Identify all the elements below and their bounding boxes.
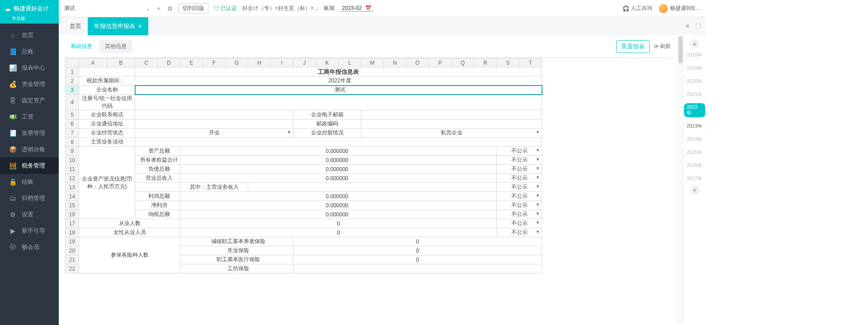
cell[interactable]: 0.000000: [180, 210, 497, 219]
expand-icon[interactable]: ⛶: [695, 23, 701, 29]
sidebar-item-inout[interactable]: 📦进销台账: [0, 141, 59, 158]
cell[interactable]: 失业保险: [180, 246, 293, 255]
year-item[interactable]: 2027年: [687, 174, 703, 183]
row-header[interactable]: 1: [66, 67, 79, 76]
col-header[interactable]: I: [271, 58, 293, 67]
dropdown-cell[interactable]: 不公示▼: [497, 228, 542, 237]
switch-old-button[interactable]: 切到旧版: [179, 3, 208, 14]
sub-tab[interactable]: 基础信息: [65, 40, 98, 53]
cell[interactable]: 邮政编码: [293, 119, 361, 129]
sidebar-item-guide[interactable]: ▶新手引导: [0, 223, 59, 239]
row-header[interactable]: 8: [66, 138, 79, 147]
dropdown-cell[interactable]: 不公示▼: [497, 192, 542, 201]
dropdown-cell[interactable]: 不公示▼: [497, 147, 542, 156]
cell[interactable]: [135, 138, 542, 147]
row-header[interactable]: 9: [66, 147, 79, 156]
cell[interactable]: 0.000000: [180, 147, 497, 156]
cell[interactable]: 净利润: [135, 201, 180, 210]
year-item[interactable]: 2020年: [687, 77, 703, 86]
col-header[interactable]: J: [293, 58, 316, 67]
col-header[interactable]: A: [79, 58, 107, 67]
cell[interactable]: 城镇职工基本养老保险: [180, 237, 293, 246]
cell[interactable]: 注册号/统一社会信用代码: [79, 95, 135, 110]
cell[interactable]: [293, 264, 542, 273]
row-header[interactable]: 3: [66, 86, 79, 95]
user-menu[interactable]: 畅捷通B组...: [659, 4, 700, 13]
org-selector[interactable]: 测试 ⌄: [64, 5, 150, 12]
close-icon[interactable]: ✕: [138, 24, 142, 29]
year-item[interactable]: 2025年: [687, 148, 703, 157]
row-header[interactable]: 22: [66, 264, 79, 273]
spreadsheet[interactable]: ABCDEFGHIJKLMNOPQRST1工商年报信息表2税款所属期间：2022…: [65, 57, 671, 325]
reset-report-button[interactable]: 重置报表: [616, 40, 650, 53]
cell[interactable]: 负债总额: [135, 165, 180, 174]
row-header[interactable]: 15: [66, 201, 79, 210]
dropdown-cell[interactable]: 不公示▼: [497, 210, 542, 219]
cell[interactable]: 0: [293, 237, 542, 246]
sidebar-item-ledger[interactable]: 📘总账: [0, 43, 59, 60]
col-header[interactable]: N: [384, 58, 406, 67]
sidebar-item-invoice[interactable]: 🧾发票管理: [0, 125, 59, 141]
cell[interactable]: [361, 110, 542, 119]
dropdown-cell[interactable]: 开业▼: [135, 129, 293, 138]
row-header[interactable]: 19: [66, 237, 79, 246]
col-header[interactable]: S: [497, 58, 519, 67]
period-selector[interactable]: 2023-02 📅: [340, 5, 373, 12]
cell[interactable]: 企业联系电话: [79, 110, 135, 119]
dropdown-cell[interactable]: 不公示▼: [497, 174, 542, 183]
cell[interactable]: 企业控股情况: [293, 129, 361, 138]
year-item[interactable]: 2019年: [687, 64, 703, 72]
cell[interactable]: 0.000000: [180, 165, 497, 174]
dropdown-cell[interactable]: 不公示▼: [497, 156, 542, 165]
cell[interactable]: 工商年报信息表: [135, 67, 542, 76]
col-header[interactable]: M: [361, 58, 384, 67]
col-header[interactable]: O: [406, 58, 429, 67]
sidebar-item-salary[interactable]: 💵工资: [0, 109, 59, 125]
cell[interactable]: 0: [180, 219, 497, 228]
row-header[interactable]: 6: [66, 119, 79, 129]
cell[interactable]: [135, 110, 293, 119]
cell[interactable]: 2022年度: [135, 76, 542, 86]
cell[interactable]: 企业资产状况信息(币种：人民币万元): [79, 147, 135, 219]
row-header[interactable]: 12: [66, 174, 79, 183]
row-header[interactable]: 16: [66, 210, 79, 219]
cell[interactable]: 0.000000: [180, 174, 497, 183]
dropdown-cell[interactable]: 不公示▼: [497, 219, 542, 228]
col-header[interactable]: L: [339, 58, 361, 67]
year-item[interactable]: 2021年: [687, 90, 703, 99]
cell[interactable]: 女性从业人员: [79, 228, 180, 237]
close-tabs-icon[interactable]: ✕: [685, 23, 690, 29]
cell[interactable]: [248, 183, 497, 192]
year-item[interactable]: 2022年: [684, 103, 705, 117]
sidebar-item-home[interactable]: ⌂首页: [0, 27, 59, 43]
year-item[interactable]: 2024年: [687, 135, 703, 143]
cell[interactable]: [135, 95, 542, 110]
select-all-cell[interactable]: [66, 58, 79, 67]
cell[interactable]: 0: [293, 255, 542, 264]
cell[interactable]: 0: [293, 246, 542, 255]
row-header[interactable]: 20: [66, 246, 79, 255]
cell[interactable]: 工伤保险: [180, 264, 293, 273]
cell[interactable]: 企业经营状态: [79, 129, 135, 138]
row-header[interactable]: 4: [66, 95, 79, 110]
col-header[interactable]: C: [135, 58, 158, 67]
cell[interactable]: 利润总额: [135, 192, 180, 201]
sidebar-item-assets[interactable]: 🗄固定资产: [0, 92, 59, 109]
cell[interactable]: 参保各险种人数: [79, 237, 180, 273]
cell[interactable]: 主营业务活动: [79, 138, 135, 147]
sidebar-item-settings[interactable]: ⚙设置: [0, 206, 59, 223]
col-header[interactable]: R: [474, 58, 497, 67]
cell[interactable]: 企业名称: [79, 86, 135, 95]
sidebar-item-vip[interactable]: Ⓥ畅会员: [0, 239, 59, 255]
vertical-scrollbar[interactable]: [677, 35, 684, 325]
row-header[interactable]: 5: [66, 110, 79, 119]
dropdown-cell[interactable]: 不公示▼: [497, 165, 542, 174]
cell[interactable]: [135, 119, 293, 129]
year-item[interactable]: 2023年: [687, 122, 703, 130]
page-tab[interactable]: 年报信息申报表✕: [88, 17, 148, 35]
sidebar-item-chart[interactable]: 📊报表中心: [0, 60, 59, 76]
sidebar-item-tax[interactable]: 🧮税务管理: [0, 158, 59, 174]
row-header[interactable]: 14: [66, 192, 79, 201]
page-tab[interactable]: 首页: [63, 17, 88, 35]
cell[interactable]: 纳税总额: [135, 210, 180, 219]
